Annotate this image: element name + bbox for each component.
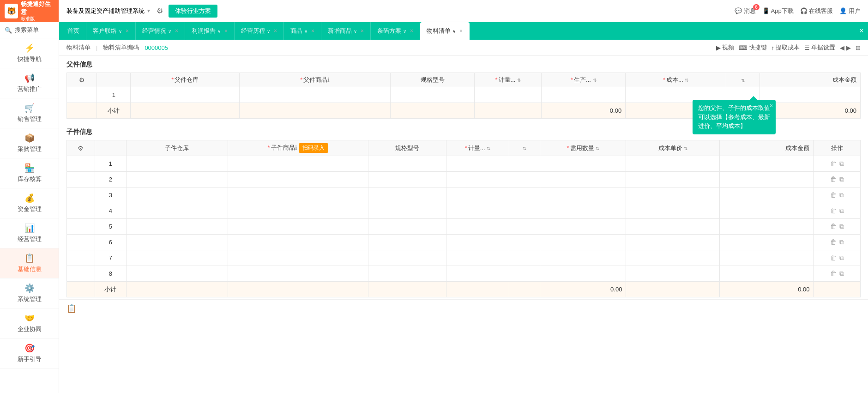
search-menu[interactable]: 🔍 搜索菜单 <box>0 22 59 38</box>
delete-row-btn[interactable]: 🗑 <box>830 175 837 183</box>
child-row-qty[interactable] <box>540 235 626 250</box>
parent-row-unit[interactable] <box>475 87 542 103</box>
copy-row-btn[interactable]: ⧉ <box>839 238 844 246</box>
sidebar-item-guide[interactable]: 🎯 新手引导 <box>0 339 59 369</box>
tab-home[interactable]: 首页 <box>61 22 86 40</box>
grid-view-btn[interactable]: ⊞ <box>856 44 861 51</box>
delete-row-btn[interactable]: 🗑 <box>830 207 837 215</box>
single-settings-btn[interactable]: ☰ 单据设置 <box>804 43 835 52</box>
delete-row-btn[interactable]: 🗑 <box>830 238 837 246</box>
sidebar-item-operation[interactable]: 📊 经营管理 <box>0 218 59 248</box>
copy-row-btn[interactable]: ⧉ <box>839 207 844 215</box>
copy-row-btn[interactable]: ⧉ <box>839 270 844 278</box>
child-row-unit[interactable] <box>446 235 509 250</box>
child-row-spec[interactable] <box>368 250 446 266</box>
delete-row-btn[interactable]: 🗑 <box>830 191 837 199</box>
child-row-product[interactable] <box>228 172 368 187</box>
tab-close-icon[interactable]: × <box>274 28 277 34</box>
child-row-spec[interactable] <box>368 203 446 219</box>
copy-row-btn[interactable]: ⧉ <box>839 160 844 168</box>
scan-input-btn[interactable]: 扫码录入 <box>299 143 328 153</box>
info-icon[interactable]: ℹ <box>327 77 330 83</box>
child-row-spec[interactable] <box>368 187 446 203</box>
child-row-unit-price[interactable] <box>626 172 720 187</box>
tab-close-icon[interactable]: × <box>459 28 463 34</box>
child-row-qty[interactable] <box>540 187 626 203</box>
child-row-product[interactable] <box>228 203 368 219</box>
sidebar-item-system[interactable]: ⚙️ 系统管理 <box>0 278 59 308</box>
trial-button[interactable]: 体验行业方案 <box>169 5 217 18</box>
next-page-btn[interactable]: ▶ <box>846 44 851 51</box>
child-row-qty[interactable] <box>540 156 626 172</box>
child-row-unit[interactable] <box>446 203 509 219</box>
sidebar-item-purchase[interactable]: 📦 采购管理 <box>0 128 59 158</box>
child-row-qty[interactable] <box>540 203 626 219</box>
child-row-warehouse[interactable] <box>126 219 228 235</box>
child-row-warehouse[interactable] <box>126 250 228 266</box>
child-row-warehouse[interactable] <box>126 172 228 187</box>
tab-goods[interactable]: 商品 ∨ × <box>284 22 321 40</box>
child-row-warehouse[interactable] <box>126 266 228 282</box>
copy-row-btn[interactable]: ⧉ <box>839 175 844 183</box>
sidebar-item-collab[interactable]: 🤝 企业协同 <box>0 308 59 339</box>
child-row-unit-price[interactable] <box>626 187 720 203</box>
child-row-product[interactable] <box>228 235 368 250</box>
tab-barcode[interactable]: 条码方案 ∨ × <box>371 22 420 40</box>
tab-close-icon[interactable]: × <box>126 28 129 34</box>
sidebar-item-basic[interactable]: 📋 基础信息 <box>0 248 59 278</box>
child-row-warehouse[interactable] <box>126 156 228 172</box>
copy-row-btn[interactable]: ⧉ <box>839 254 844 262</box>
copy-row-btn[interactable]: ⧉ <box>839 191 844 199</box>
parent-row-spec[interactable] <box>391 87 475 103</box>
app-download-btn[interactable]: 📱 App下载 <box>762 7 794 15</box>
sidebar-item-marketing[interactable]: 📢 营销推广 <box>0 68 59 98</box>
tab-new-goods[interactable]: 新增商品 ∨ × <box>321 22 371 40</box>
child-row-unit-price[interactable] <box>626 266 720 282</box>
sidebar-item-sales[interactable]: 🛒 销售管理 <box>0 98 59 128</box>
extract-cost-btn[interactable]: ↑ 提取成本 <box>772 43 800 52</box>
child-row-spec[interactable] <box>368 156 446 172</box>
info-icon[interactable]: ℹ <box>295 145 297 151</box>
tab-close-icon[interactable]: × <box>410 28 413 34</box>
tab-close-icon[interactable]: × <box>175 28 178 34</box>
delete-row-btn[interactable]: 🗑 <box>830 160 837 168</box>
child-row-warehouse[interactable] <box>126 235 228 250</box>
child-row-unit[interactable] <box>446 219 509 235</box>
child-row-spec[interactable] <box>368 266 446 282</box>
tab-history[interactable]: 经营历程 ∨ × <box>235 22 284 40</box>
tab-close-icon[interactable]: × <box>311 28 314 34</box>
delete-row-btn[interactable]: 🗑 <box>830 223 837 230</box>
child-row-warehouse[interactable] <box>126 203 228 219</box>
parent-row-product[interactable] <box>240 87 391 103</box>
parent-col-gear[interactable]: ⚙ <box>67 73 97 87</box>
child-row-unit[interactable] <box>446 266 509 282</box>
child-row-spec[interactable] <box>368 219 446 235</box>
child-row-unit[interactable] <box>446 187 509 203</box>
sidebar-item-quick-nav[interactable]: ⚡ 快捷导航 <box>0 38 59 68</box>
child-row-product[interactable] <box>228 219 368 235</box>
gear-settings-icon[interactable]: ⚙ <box>157 6 163 15</box>
parent-row-production[interactable] <box>542 87 626 103</box>
parent-row-warehouse[interactable] <box>131 87 240 103</box>
child-row-unit-price[interactable] <box>626 235 720 250</box>
user-btn[interactable]: 👤 用户 <box>839 7 861 15</box>
copy-row-btn[interactable]: ⧉ <box>839 223 844 230</box>
breadcrumb-bom[interactable]: 物料清单 <box>66 43 90 52</box>
child-row-spec[interactable] <box>368 172 446 187</box>
child-row-unit-price[interactable] <box>626 250 720 266</box>
tab-operations[interactable]: 经营情况 ∨ × <box>136 22 185 40</box>
child-row-unit[interactable] <box>446 250 509 266</box>
shortcut-action-btn[interactable]: ⌨ 快捷键 <box>739 43 767 52</box>
child-row-qty[interactable] <box>540 219 626 235</box>
child-row-unit-price[interactable] <box>626 203 720 219</box>
online-service-btn[interactable]: 🎧 在线客服 <box>800 7 833 15</box>
child-row-product[interactable] <box>228 250 368 266</box>
message-wrapper[interactable]: 💬 6 消息 <box>735 7 756 15</box>
tab-close-icon[interactable]: × <box>361 28 364 34</box>
sidebar-item-finance[interactable]: 💰 资金管理 <box>0 188 59 218</box>
child-row-qty[interactable] <box>540 250 626 266</box>
child-row-unit[interactable] <box>446 156 509 172</box>
add-row-icon[interactable]: 📋 <box>66 303 77 314</box>
sidebar-item-inventory[interactable]: 🏪 库存核算 <box>0 158 59 188</box>
child-row-unit-price[interactable] <box>626 156 720 172</box>
